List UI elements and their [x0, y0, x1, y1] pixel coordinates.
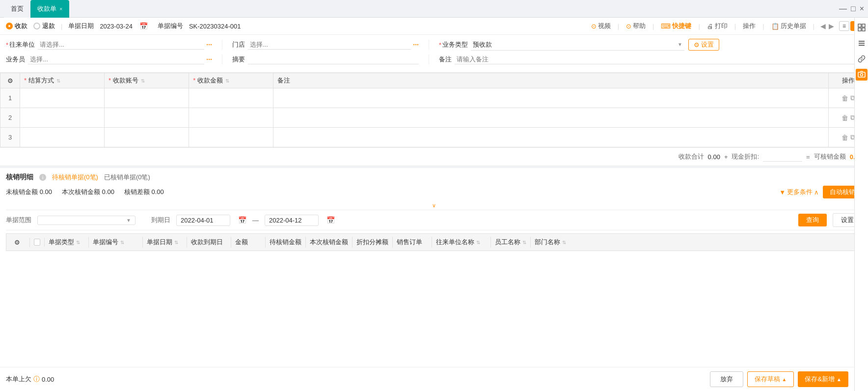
- date-value: 2023-03-24: [100, 23, 133, 30]
- diff-stat: 核销差额 0.00: [124, 188, 164, 196]
- row-1-remark[interactable]: [273, 88, 829, 108]
- business-type-select[interactable]: 预收款 ▼: [471, 39, 684, 51]
- date-to-icon[interactable]: 📅: [326, 216, 335, 224]
- summary-input[interactable]: [248, 55, 419, 64]
- row-3-payment[interactable]: [20, 128, 105, 147]
- row-num-3: 3: [0, 128, 20, 147]
- history-label: 历史单据: [781, 22, 806, 30]
- print-btn[interactable]: 🖨 打印: [705, 21, 730, 31]
- save-draft-btn[interactable]: 保存草稿 ▲: [747, 371, 794, 387]
- row-1-delete-icon[interactable]: 🗑: [841, 94, 848, 102]
- help-btn[interactable]: ⊙ 帮助: [624, 21, 648, 31]
- row-2-account[interactable]: [105, 108, 189, 128]
- radio-receipt[interactable]: 收款: [6, 22, 27, 30]
- info-icon[interactable]: ⓘ: [33, 375, 40, 384]
- right-panel-screenshot-btn[interactable]: [856, 69, 868, 81]
- verify-header: 核销明细 i 待核销单据(0笔) 已核销单据(0笔): [6, 173, 862, 182]
- row-1-account[interactable]: [105, 88, 189, 108]
- pending-tab[interactable]: 待核销单据(0笔): [52, 173, 98, 182]
- vth-staff: 员工名称 ⇅: [491, 237, 531, 248]
- range-select[interactable]: ▼: [37, 216, 136, 225]
- right-panel-link-btn[interactable]: [856, 53, 868, 65]
- form-area: * 往来单位 ··· 门店 ··· * 业务类型 预收款 ▼: [0, 35, 868, 73]
- verify-info-icon[interactable]: i: [39, 174, 46, 181]
- svg-rect-0: [858, 24, 861, 27]
- radio-receipt-label: 收款: [15, 22, 27, 30]
- tab-receipt[interactable]: 收款单 ×: [30, 0, 69, 18]
- radio-refund[interactable]: 退款: [33, 22, 55, 30]
- business-type-field: * 业务类型 预收款 ▼: [439, 39, 684, 51]
- form-settings-btn[interactable]: ⚙ 设置: [688, 39, 719, 51]
- partner-ellipsis-btn[interactable]: ···: [206, 41, 212, 49]
- right-panel-list-btn[interactable]: [856, 37, 868, 49]
- store-input[interactable]: [248, 40, 411, 50]
- window-max-btn[interactable]: □: [851, 4, 856, 13]
- window-min-btn[interactable]: —: [839, 4, 847, 13]
- number-value: SK-20230324-001: [189, 23, 241, 30]
- window-close-btn[interactable]: ×: [860, 4, 864, 13]
- done-tab[interactable]: 已核销单据(0笔): [104, 173, 150, 182]
- discount-label: 现金折扣:: [732, 152, 759, 161]
- vth-settings[interactable]: ⚙: [10, 238, 30, 247]
- staff-input[interactable]: [28, 55, 204, 64]
- svg-rect-4: [859, 41, 865, 42]
- nav-next-btn[interactable]: ▶: [828, 21, 835, 31]
- row-3-amount[interactable]: [189, 128, 273, 147]
- date-to-input[interactable]: [265, 215, 319, 226]
- info-label: 本单上欠: [6, 375, 31, 384]
- vth-discount: 折扣分摊额: [353, 237, 393, 248]
- row-3-delete-icon[interactable]: 🗑: [841, 134, 848, 141]
- calendar-icon[interactable]: 📅: [139, 22, 148, 30]
- summary-label: 摘要: [232, 55, 245, 64]
- abandon-btn[interactable]: 放弃: [710, 371, 743, 387]
- row-1-payment[interactable]: [20, 88, 105, 108]
- shortcut-btn[interactable]: ⌨ 快捷键: [659, 21, 693, 31]
- col-remark-header: 备注: [273, 73, 829, 88]
- store-ellipsis-btn[interactable]: ···: [413, 41, 419, 49]
- save-draft-arrow: ▲: [782, 377, 787, 382]
- nav-prev-btn[interactable]: ◀: [819, 21, 827, 31]
- operation-label: 操作: [743, 22, 756, 30]
- form-row-2: 业务员 ··· 摘要 备注: [6, 55, 862, 64]
- right-panel-table-btn[interactable]: [856, 22, 868, 33]
- col-amount-label: 收款金额: [197, 77, 223, 84]
- more-conditions-btn[interactable]: ▼ 更多条件 ∧: [779, 188, 819, 196]
- history-btn[interactable]: 📋 历史单据: [769, 21, 808, 31]
- radio-receipt-dot: [6, 23, 13, 29]
- operation-btn[interactable]: 操作: [741, 21, 758, 31]
- col-settings-header[interactable]: ⚙: [0, 73, 20, 88]
- row-num-1: 1: [0, 88, 20, 108]
- row-2-delete-icon[interactable]: 🗑: [841, 114, 848, 122]
- partner-label: 往来单位: [9, 40, 35, 49]
- main-area: 收款 退款 | 单据日期 2023-03-24 📅 单据编号 SK-202303…: [0, 18, 868, 391]
- help-label: 帮助: [633, 22, 646, 30]
- window-controls: — □ ×: [839, 4, 864, 13]
- video-btn[interactable]: ⊙ 视频: [589, 21, 613, 31]
- vth-pending: 待核销金额: [266, 237, 306, 248]
- staff-ellipsis-btn[interactable]: ···: [206, 56, 212, 63]
- remark-input[interactable]: [455, 55, 862, 64]
- tab-close-icon[interactable]: ×: [59, 6, 62, 12]
- vth-number: 单据编号 ⇅: [89, 237, 143, 248]
- save-new-btn[interactable]: 保存&新增 ▲: [798, 371, 848, 387]
- tab-receipt-label: 收款单: [37, 4, 56, 13]
- row-3-remark[interactable]: [273, 128, 829, 147]
- row-3-account[interactable]: [105, 128, 189, 147]
- shortcut-label: 快捷键: [672, 22, 691, 30]
- query-btn[interactable]: 查询: [798, 214, 827, 226]
- vth-checkbox[interactable]: [30, 238, 45, 247]
- row-1-amount[interactable]: [189, 88, 273, 108]
- discount-input[interactable]: [763, 152, 802, 162]
- tab-home[interactable]: 首页: [4, 0, 30, 18]
- toolbar: 收款 退款 | 单据日期 2023-03-24 📅 单据编号 SK-202303…: [0, 18, 868, 35]
- view-list-btn[interactable]: ≡: [839, 21, 849, 31]
- date-from-icon[interactable]: 📅: [238, 216, 246, 224]
- row-2-remark[interactable]: [273, 108, 829, 128]
- svg-point-8: [860, 74, 863, 76]
- check-all-checkbox[interactable]: [34, 239, 40, 246]
- partner-input[interactable]: [38, 40, 204, 50]
- date-from-input[interactable]: [176, 215, 230, 226]
- row-2-amount[interactable]: [189, 108, 273, 128]
- row-2-payment[interactable]: [20, 108, 105, 128]
- radio-refund-dot: [33, 23, 40, 29]
